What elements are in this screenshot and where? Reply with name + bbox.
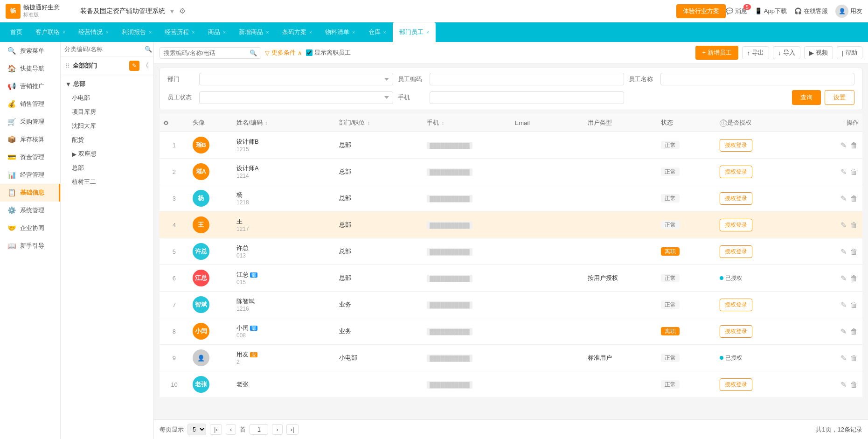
auth-btn[interactable]: 授权登录 bbox=[720, 245, 752, 258]
try-btn[interactable]: 体验行业方案 bbox=[676, 4, 726, 18]
edit-btn[interactable]: ✎ bbox=[840, 328, 847, 335]
nav-bom[interactable]: 物料清单 × bbox=[319, 22, 361, 42]
tree-search-input[interactable] bbox=[64, 46, 143, 53]
add-employee-btn[interactable]: + 新增员工 bbox=[695, 46, 738, 60]
nav-goods[interactable]: 商品 × bbox=[201, 22, 232, 42]
first-page-btn[interactable]: |‹ bbox=[210, 424, 222, 435]
auth-info-icon[interactable]: ⓘ bbox=[720, 119, 727, 127]
nav-close-customer[interactable]: × bbox=[62, 22, 65, 42]
auth-btn[interactable]: 授权登录 bbox=[720, 325, 752, 338]
show-departed-checkbox[interactable] bbox=[306, 49, 312, 56]
tree-node-xiaodian[interactable]: 小电部 bbox=[61, 91, 153, 105]
phone-input[interactable] bbox=[430, 91, 624, 104]
edit-btn[interactable]: ✎ bbox=[840, 195, 847, 202]
tree-node-zongbu[interactable]: 总部 bbox=[61, 161, 153, 175]
auth-btn[interactable]: 授权登录 bbox=[720, 219, 752, 231]
edit-btn[interactable]: ✎ bbox=[840, 301, 847, 309]
status-select[interactable] bbox=[199, 91, 393, 104]
tree-edit-btn[interactable]: ✎ bbox=[129, 61, 139, 71]
edit-btn[interactable]: ✎ bbox=[840, 221, 847, 229]
tree-search-icon[interactable]: 🔍 bbox=[145, 46, 152, 53]
auth-btn[interactable]: 授权登录 bbox=[720, 139, 752, 152]
online-service-btn[interactable]: 🎧 在线客服 bbox=[794, 7, 828, 15]
col-dept[interactable]: 部门/职位 ↕ bbox=[335, 114, 423, 132]
nav-operation[interactable]: 经营情况 × bbox=[72, 22, 115, 42]
sidebar-item-finance[interactable]: 💳 资金管理 bbox=[0, 148, 60, 166]
gear-icon[interactable]: ⚙ bbox=[179, 7, 186, 15]
import-btn[interactable]: ↓ 导入 bbox=[773, 46, 800, 59]
tree-node-shenyang[interactable]: 沈阳大库 bbox=[61, 119, 153, 133]
col-phone[interactable]: 手机 ↕ bbox=[423, 114, 511, 132]
sidebar-item-quicknav[interactable]: 🏠 快捷导航 bbox=[0, 60, 60, 77]
edit-btn[interactable]: ✎ bbox=[840, 248, 847, 256]
tree-collapse-btn[interactable]: 《 bbox=[142, 62, 149, 70]
nav-close-barcode[interactable]: × bbox=[309, 22, 312, 42]
col-name[interactable]: 姓名/编码 ↕ bbox=[233, 114, 335, 132]
delete-btn[interactable]: 🗑 bbox=[850, 221, 858, 229]
dept-select[interactable] bbox=[199, 73, 393, 85]
nav-barcode[interactable]: 条码方案 × bbox=[276, 22, 319, 42]
nav-close-operation[interactable]: × bbox=[105, 22, 108, 42]
sidebar-item-marketing[interactable]: 📢 营销推广 bbox=[0, 77, 60, 95]
help-btn[interactable]: | 帮助 bbox=[837, 46, 862, 59]
sidebar-item-sales[interactable]: 💰 销售管理 bbox=[0, 95, 60, 113]
delete-btn[interactable]: 🗑 bbox=[850, 381, 858, 389]
filter-more-btn[interactable]: ▽ 更多条件 ∧ bbox=[265, 49, 302, 57]
emp-code-input[interactable] bbox=[430, 73, 624, 85]
next-page-btn[interactable]: › bbox=[272, 424, 282, 435]
nav-close-goods[interactable]: × bbox=[223, 22, 226, 42]
auth-btn[interactable]: 授权登录 bbox=[720, 192, 752, 205]
app-download-btn[interactable]: 📱 App下载 bbox=[755, 7, 787, 15]
dropdown-icon[interactable]: ▼ bbox=[169, 7, 175, 15]
delete-btn[interactable]: 🗑 bbox=[850, 195, 858, 202]
nav-close-warehouse[interactable]: × bbox=[383, 22, 386, 42]
search-btn-icon[interactable]: 🔍 bbox=[250, 49, 257, 56]
nav-home[interactable]: 首页 bbox=[4, 22, 29, 42]
edit-btn[interactable]: ✎ bbox=[840, 141, 847, 149]
page-number-input[interactable] bbox=[250, 424, 268, 435]
delete-btn[interactable]: 🗑 bbox=[850, 301, 858, 309]
tree-node-head[interactable]: ▼ 总部 bbox=[61, 77, 153, 91]
delete-btn[interactable]: 🗑 bbox=[850, 248, 858, 256]
sidebar-item-purchase[interactable]: 🛒 采购管理 bbox=[0, 113, 60, 131]
nav-close-new-goods[interactable]: × bbox=[266, 22, 269, 42]
delete-btn[interactable]: 🗑 bbox=[850, 328, 858, 335]
nav-close-profit[interactable]: × bbox=[149, 22, 152, 42]
nav-customer[interactable]: 客户联络 × bbox=[29, 22, 72, 42]
sidebar-item-management[interactable]: 📊 经营管理 bbox=[0, 166, 60, 184]
delete-btn[interactable]: 🗑 bbox=[850, 274, 858, 282]
tree-node-project[interactable]: 项目库房 bbox=[61, 105, 153, 119]
search-input[interactable] bbox=[164, 49, 248, 56]
edit-btn[interactable]: ✎ bbox=[840, 354, 847, 362]
sidebar-item-inventory[interactable]: 📦 库存核算 bbox=[0, 131, 60, 148]
delete-btn[interactable]: 🗑 bbox=[850, 168, 858, 176]
auth-btn[interactable]: 授权登录 bbox=[720, 299, 752, 311]
last-page-btn[interactable]: ›| bbox=[286, 424, 299, 435]
export-btn[interactable]: ↑ 导出 bbox=[742, 46, 770, 59]
query-btn[interactable]: 查询 bbox=[792, 90, 821, 105]
messages-btn[interactable]: 💬 消息 5 bbox=[726, 7, 747, 15]
nav-close-bom[interactable]: × bbox=[352, 22, 355, 42]
set-btn[interactable]: 设置 bbox=[825, 90, 854, 105]
nav-history[interactable]: 经营历程 × bbox=[158, 22, 201, 42]
sidebar-item-search[interactable]: 🔍 搜索菜单 bbox=[0, 42, 60, 60]
nav-profit[interactable]: 利润报告 × bbox=[115, 22, 158, 42]
nav-new-goods[interactable]: 新增商品 × bbox=[232, 22, 275, 42]
sidebar-item-guide[interactable]: 📖 新手引导 bbox=[0, 237, 60, 255]
nav-warehouse[interactable]: 仓库 × bbox=[362, 22, 393, 42]
edit-btn[interactable]: ✎ bbox=[840, 168, 847, 176]
nav-close-history[interactable]: × bbox=[192, 22, 194, 42]
auth-btn[interactable]: 授权登录 bbox=[720, 166, 752, 178]
tree-node-zhishu[interactable]: 植树王二 bbox=[61, 175, 153, 189]
tree-node-pihuo[interactable]: 配货 bbox=[61, 133, 153, 147]
delete-btn[interactable]: 🗑 bbox=[850, 141, 858, 149]
auth-btn[interactable]: 授权登录 bbox=[720, 378, 752, 391]
col-settings[interactable]: ⚙ bbox=[160, 114, 189, 132]
prev-page-btn[interactable]: ‹ bbox=[226, 424, 236, 435]
user-menu-btn[interactable]: 👤 用友 bbox=[835, 5, 862, 18]
sidebar-item-basic[interactable]: 📋 基础信息 bbox=[0, 184, 60, 202]
tree-node-shuangzuo[interactable]: ▶ 双座想 bbox=[61, 147, 153, 161]
sidebar-item-system[interactable]: ⚙️ 系统管理 bbox=[0, 202, 60, 219]
delete-btn[interactable]: 🗑 bbox=[850, 354, 858, 362]
edit-btn[interactable]: ✎ bbox=[840, 274, 847, 282]
